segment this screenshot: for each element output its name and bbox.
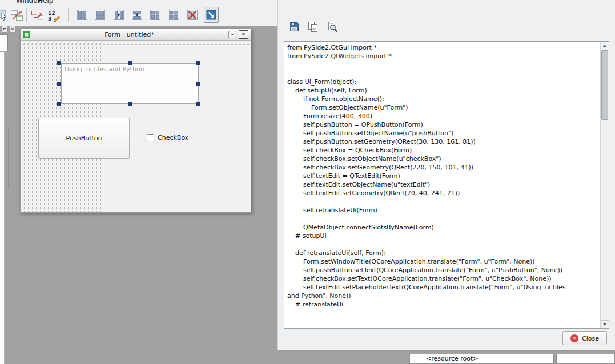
edit-signals-slots-icon[interactable] — [9, 7, 24, 23]
layout-form-glyph — [168, 9, 180, 21]
find-glyph — [326, 21, 339, 33]
code-line: self.pushButton = QPushButton(Form) — [287, 120, 600, 129]
svg-text:3: 3 — [48, 16, 51, 22]
adjust-size-icon[interactable] — [204, 7, 219, 23]
main-toolbar: 12 3 — [0, 5, 277, 26]
edit-widgets-icon[interactable] — [0, 7, 9, 23]
code-line: self.pushButton.setText(QCoreApplication… — [287, 266, 600, 274]
scrollbar-thumb[interactable] — [601, 50, 608, 120]
form-file-icon — [23, 31, 30, 38]
save-glyph — [288, 21, 300, 33]
break-layout-icon[interactable] — [185, 7, 200, 23]
code-text-area[interactable]: from PySide2.QtGui import *from PySide2.… — [284, 41, 609, 329]
pushbutton-widget[interactable]: PushButton — [38, 118, 130, 159]
layout-splitter-vertical-icon[interactable] — [130, 7, 144, 23]
code-line: from PySide2.QtWidgets import * — [287, 52, 600, 60]
checkbox-widget[interactable]: CheckBox — [147, 132, 188, 143]
edit-buddies-icon[interactable] — [30, 7, 45, 23]
pushbutton-label: PushButton — [66, 135, 102, 142]
toolbar-separator — [26, 8, 27, 22]
selection-handle-mid-right[interactable] — [196, 82, 200, 86]
code-line: self.checkBox.setObjectName(u"checkBox") — [287, 155, 600, 163]
close-window-button[interactable]: ✕ — [239, 30, 248, 39]
tab-order-glyph: 12 3 — [47, 9, 61, 22]
dock-float-icon[interactable] — [1, 26, 8, 33]
close-circle-icon: ✕ — [570, 334, 578, 342]
code-vertical-scrollbar[interactable] — [600, 42, 609, 328]
code-line: def retranslateUi(self, Form): — [287, 249, 600, 257]
selection-handle-top-left[interactable] — [57, 61, 61, 65]
layout-form-icon[interactable] — [167, 7, 182, 23]
widgetbox-filter-input[interactable] — [0, 34, 8, 51]
signals-slots-glyph — [10, 9, 23, 22]
layout-vertical-glyph — [94, 9, 106, 21]
selection-handle-top-center[interactable] — [128, 61, 132, 65]
dock-close-glyph: ✕ — [11, 27, 14, 31]
code-line: self.textEdit.setObjectName(u"textEdit") — [287, 180, 600, 189]
panel-scrollbar[interactable] — [8, 129, 9, 188]
code-line: self.pushButton.setGeometry(QRect(30, 13… — [287, 137, 600, 146]
code-line: self.pushButton.setObjectName(u"pushButt… — [287, 129, 600, 137]
code-line: self.textEdit.setGeometry(QRect(70, 40, … — [287, 189, 600, 197]
code-line: QMetaObject.connectSlotsByName(Form) — [287, 223, 600, 232]
dock-close-icon[interactable]: ✕ — [9, 26, 16, 33]
code-line: self.checkBox = QCheckBox(Form) — [287, 146, 600, 155]
code-line — [287, 240, 600, 249]
code-preview-dialog: from PySide2.QtGui import *from PySide2.… — [277, 0, 615, 351]
menu-help[interactable]: Help — [38, 0, 53, 5]
toolbar-separator — [68, 8, 69, 22]
layout-horizontal-glyph — [76, 9, 89, 21]
close-button[interactable]: ✕ Close — [562, 331, 607, 345]
edit-tab-order-icon[interactable]: 12 3 — [46, 7, 62, 23]
code-line: self.checkBox.setGeometry(QRect(220, 150… — [287, 163, 600, 172]
textedit-placeholder: Using .ui files and Python — [62, 64, 198, 75]
scroll-down-icon[interactable] — [601, 320, 609, 328]
find-icon[interactable] — [325, 19, 340, 34]
selection-handle-bottom-left[interactable] — [57, 102, 61, 106]
application-chrome: Window Help — [0, 0, 277, 26]
triangle-up-glyph — [602, 45, 607, 47]
selection-handle-top-right[interactable] — [196, 61, 200, 65]
resource-tree-panel[interactable]: <resource root> — [409, 354, 554, 364]
code-line: # retranslateUi — [287, 300, 600, 309]
code-line: self.retranslateUi(Form) — [287, 206, 600, 215]
layout-horizontal-icon[interactable] — [75, 7, 90, 23]
break-layout-glyph — [186, 9, 199, 21]
resource-side-panel[interactable] — [556, 354, 615, 364]
widgetbox-panel-edge — [0, 52, 5, 364]
code-line — [287, 60, 600, 69]
textedit-widget[interactable]: Using .ui files and Python — [61, 63, 199, 104]
scroll-up-icon[interactable] — [601, 42, 609, 50]
triangle-down-glyph — [602, 323, 607, 326]
code-view[interactable]: from PySide2.QtGui import *from PySide2.… — [284, 42, 600, 328]
close-button-label: Close — [582, 335, 599, 342]
selection-handle-bottom-center[interactable] — [128, 102, 132, 106]
code-line: self.textEdit = QTextEdit(Form) — [287, 172, 600, 180]
code-line: from PySide2.QtGui import * — [287, 43, 600, 52]
code-line: Form.setObjectName(u"Form") — [287, 103, 600, 112]
code-line: Form.setWindowTitle(QCoreApplication.tra… — [287, 257, 600, 266]
edit-widgets-glyph — [0, 7, 9, 22]
selection-handle-mid-left[interactable] — [57, 82, 61, 86]
copy-icon[interactable] — [306, 19, 320, 34]
code-line — [287, 69, 600, 78]
code-line — [287, 197, 600, 206]
code-line: if not Form.objectName(): — [287, 95, 600, 103]
selection-handle-bottom-right[interactable] — [196, 102, 200, 106]
code-line: and Python", None)) — [287, 292, 600, 300]
form-window-titlebar[interactable]: Form - untitled* – ✕ — [21, 29, 251, 41]
splitter-horizontal-glyph — [112, 9, 125, 21]
save-icon[interactable] — [287, 19, 302, 34]
layout-splitter-horizontal-icon[interactable] — [111, 7, 126, 23]
form-canvas[interactable]: Using .ui files and Python PushButton Ch… — [21, 41, 251, 212]
layout-grid-icon[interactable] — [148, 7, 163, 23]
copy-glyph — [307, 21, 319, 33]
layout-vertical-icon[interactable] — [93, 7, 107, 23]
code-line: def setupUi(self, Form): — [287, 86, 600, 95]
code-line: self.checkBox.setText(QCoreApplication.t… — [287, 274, 600, 283]
checkbox-box-icon[interactable] — [147, 134, 154, 141]
form-editor-window: Form - untitled* – ✕ Using .ui files and… — [20, 29, 251, 213]
resource-root-item[interactable]: <resource root> — [410, 354, 553, 363]
minimize-button[interactable]: – — [228, 31, 236, 38]
splitter-vertical-glyph — [131, 9, 143, 21]
